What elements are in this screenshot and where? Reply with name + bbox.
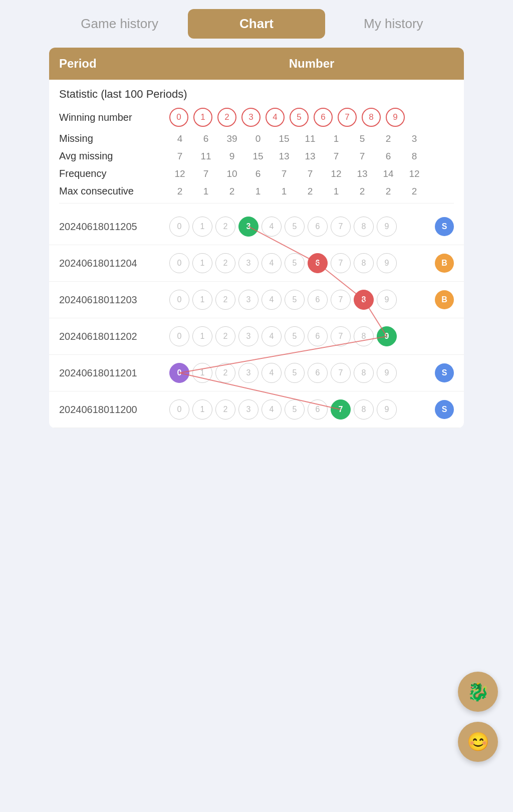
game-num-5: 5 xyxy=(285,253,305,273)
winning-circle-8: 8 xyxy=(362,108,381,127)
game-num-3: 3 xyxy=(238,326,259,346)
stat-val: 2 xyxy=(404,186,425,197)
winning-circle-6: 6 xyxy=(314,108,333,127)
stat-val: 13 xyxy=(352,168,373,179)
game-num-9: 9 xyxy=(377,399,397,420)
game-number-circles: 0123456789 xyxy=(169,363,431,383)
stat-val: 1 xyxy=(274,186,295,197)
stat-val: 2 xyxy=(300,186,321,197)
game-row: 202406180112020123456789 xyxy=(49,318,464,355)
stat-val: 1 xyxy=(326,133,347,144)
game-period: 20240618011201 xyxy=(59,367,169,379)
stat-val: 12 xyxy=(169,168,190,179)
stat-val: 1 xyxy=(326,186,347,197)
stat-val: 15 xyxy=(274,133,295,144)
tab-game-history[interactable]: Game history xyxy=(51,9,188,39)
game-period: 20240618011202 xyxy=(59,331,169,342)
tab-my-history[interactable]: My history xyxy=(325,9,462,39)
stat-val: 2 xyxy=(221,186,242,197)
game-num-7: 7 xyxy=(331,326,351,346)
game-num-3: 3 xyxy=(238,290,259,310)
stat-val: 10 xyxy=(221,168,242,179)
stat-val: 2 xyxy=(352,186,373,197)
winning-circle-0: 0 xyxy=(169,108,188,127)
game-row: 202406180112000123456789S xyxy=(49,391,464,428)
game-period: 20240618011203 xyxy=(59,294,169,306)
stat-val: 6 xyxy=(378,151,399,162)
game-row: 202406180112050123456789S xyxy=(49,209,464,245)
winning-circle-9: 9 xyxy=(386,108,405,127)
stat-val: 7 xyxy=(300,168,321,179)
game-period: 20240618011204 xyxy=(59,258,169,269)
stat-val: 3 xyxy=(404,133,425,144)
stat-val: 15 xyxy=(247,151,269,162)
winning-circle-4: 4 xyxy=(266,108,285,127)
game-num-8: 8 xyxy=(354,253,374,273)
winning-circle-2: 2 xyxy=(217,108,236,127)
divider-after-stats xyxy=(59,203,454,204)
game-badge: S xyxy=(435,400,454,419)
stat-val: 12 xyxy=(404,168,425,179)
game-number-circles: 0123456789 xyxy=(169,290,431,310)
game-num-2: 2 xyxy=(215,217,235,237)
game-num-1: 1 xyxy=(192,363,212,383)
stats-label-max-consecutive: Max consecutive xyxy=(59,185,169,197)
game-period: 20240618011205 xyxy=(59,221,169,233)
stat-val: 0 xyxy=(247,133,269,144)
game-num-8: 8 xyxy=(354,326,374,346)
game-badge: S xyxy=(435,363,454,382)
game-num-2: 2 xyxy=(215,363,235,383)
game-num-7: 7 xyxy=(331,363,351,383)
game-num-4: 4 xyxy=(262,326,282,346)
col-number-header: Number xyxy=(169,57,454,71)
game-num-4: 4 xyxy=(262,253,282,273)
stat-val: 14 xyxy=(378,168,399,179)
stat-val: 2 xyxy=(378,133,399,144)
game-num-1: 1 xyxy=(192,253,212,273)
stats-section: Statistic (last 100 Periods) Winning num… xyxy=(49,80,464,197)
stat-val: 11 xyxy=(300,133,321,144)
avg-missing-values: 71191513137768 xyxy=(169,151,454,162)
game-number-circles: 0123456789 xyxy=(169,326,454,346)
game-period: 20240618011200 xyxy=(59,404,169,416)
stat-val: 6 xyxy=(247,168,269,179)
stats-label-frequency: Frequency xyxy=(59,168,169,179)
game-num-7: 7 xyxy=(331,253,351,273)
stats-row-avg-missing: Avg missing 71191513137768 xyxy=(59,150,454,162)
winning-circle-3: 3 xyxy=(241,108,261,127)
game-num-7: 7 xyxy=(331,217,351,237)
game-num-2: 2 xyxy=(215,290,235,310)
game-num-7: 7 xyxy=(331,290,351,310)
col-period-header: Period xyxy=(59,57,169,71)
game-num-4: 4 xyxy=(262,290,282,310)
stats-row-winning: Winning number 0123456789 xyxy=(59,108,454,127)
stat-val: 13 xyxy=(274,151,295,162)
game-num-4: 4 xyxy=(262,399,282,420)
stat-val: 39 xyxy=(221,133,242,144)
game-number-circles: 0123456789 xyxy=(169,399,431,420)
stat-val: 8 xyxy=(404,151,425,162)
game-num-1: 1 xyxy=(192,399,212,420)
game-num-3: 3 xyxy=(238,253,259,273)
game-num-3: 3 xyxy=(238,399,259,420)
stat-val: 2 xyxy=(169,186,190,197)
game-num-2: 2 xyxy=(215,326,235,346)
game-badge: S xyxy=(435,217,454,236)
game-num-9: 9 xyxy=(377,217,397,237)
game-num-1: 1 xyxy=(192,217,212,237)
game-num-9: 9 xyxy=(377,326,397,346)
game-num-5: 5 xyxy=(285,399,305,420)
stat-val: 7 xyxy=(274,168,295,179)
table-header: Period Number xyxy=(49,48,464,80)
tab-chart[interactable]: Chart xyxy=(188,9,325,39)
game-num-4: 4 xyxy=(262,363,282,383)
game-num-0: 0 xyxy=(169,326,189,346)
stats-row-max-consecutive: Max consecutive 2121121222 xyxy=(59,185,454,197)
stats-label-missing: Missing xyxy=(59,133,169,144)
float-dragon-button[interactable]: 🐉 xyxy=(458,672,472,712)
float-support-button[interactable]: 😊 xyxy=(458,722,472,762)
game-num-0: 0 xyxy=(169,290,189,310)
game-num-5: 5 xyxy=(285,290,305,310)
stat-val: 4 xyxy=(169,133,190,144)
game-num-0: 0 xyxy=(169,253,189,273)
